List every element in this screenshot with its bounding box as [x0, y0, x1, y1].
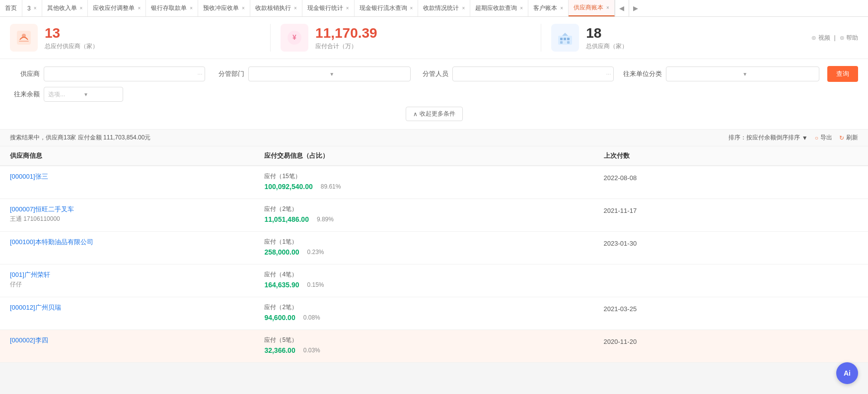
svg-rect-10 — [567, 41, 570, 44]
refresh-label: 刷新 — [846, 133, 858, 142]
collapse-button[interactable]: ∧ 收起更多条件 — [406, 107, 463, 121]
close-icon[interactable]: × — [410, 5, 413, 11]
supplier-sub-1: 王通 17106110000 — [10, 215, 264, 223]
top-navigation: 首页 3 × 其他收入单 × 应收应付调整单 × 银行存取款单 × 预收冲应收单… — [0, 0, 868, 17]
supplier-sub-3: 仔仔 — [10, 280, 264, 289]
close-icon[interactable]: × — [462, 5, 465, 11]
nav-tab-home-label: 首页 — [5, 4, 17, 12]
nav-tab-home[interactable]: 首页 — [0, 0, 22, 16]
category-select[interactable]: ▼ — [666, 66, 820, 81]
supplier-link-2[interactable]: [000100]本特勤油品有限公司 — [10, 238, 93, 246]
nav-tab-adjustment[interactable]: 应收应付调整单 × — [88, 0, 146, 16]
close-icon[interactable]: × — [346, 5, 349, 11]
nav-tab-overdue-label: 超期应收款查询 — [475, 4, 517, 12]
trans-amount-4[interactable]: 94,600.00 — [264, 314, 295, 322]
collapse-section: ∧ 收起更多条件 — [10, 107, 858, 121]
help-separator: | — [834, 34, 836, 41]
close-icon[interactable]: × — [190, 5, 193, 11]
trans-percent-3: 0.15% — [307, 281, 324, 288]
close-icon[interactable]: × — [138, 5, 141, 11]
last-pay-3 — [604, 270, 858, 272]
balance-select[interactable]: 选项... ▼ — [44, 87, 123, 102]
person-label: 分管人员 — [419, 69, 448, 78]
nav-tab-cash-flow[interactable]: 现金银行流水查询 × — [355, 0, 419, 16]
trans-percent-2: 0.23% — [307, 249, 324, 256]
help-link[interactable]: ⊙ 帮助 — [840, 34, 858, 42]
sort-label: 排序：按应付余额倒序排序 — [728, 133, 800, 142]
supplier-link-5[interactable]: [000002]李四 — [10, 336, 48, 344]
nav-tab-bank[interactable]: 银行存取款单 × — [146, 0, 198, 16]
trans-amount-5[interactable]: 32,366.00 — [264, 346, 295, 354]
data-table: 供应商信息 应付交易信息（占比） 上次付数 [000001]张三 应付（15笔）… — [0, 146, 868, 363]
person-field: 分管人员 ··· — [419, 66, 615, 81]
supplier-info-3: [001]广州荣轩 仔仔 — [10, 270, 264, 289]
nav-tab-prepay[interactable]: 预收冲应收单 × — [198, 0, 250, 16]
category-label: 往来单位分类 — [623, 69, 662, 78]
close-icon[interactable]: × — [606, 5, 609, 10]
close-icon[interactable]: × — [560, 5, 563, 11]
nav-prev-arrow[interactable]: ◀ — [615, 0, 629, 16]
close-icon[interactable]: × — [520, 5, 523, 11]
trans-label-0: 应付（15笔） — [264, 172, 300, 181]
stats-bar: 13 总应付供应商（家） ¥ 11,170.39 应付合计（万） — [0, 17, 868, 59]
trans-amount-3[interactable]: 164,635.90 — [264, 281, 299, 289]
nav-tab-3[interactable]: 3 × — [22, 0, 42, 16]
supplier-info-1: [000007]恒旺二手叉车 王通 17106110000 — [10, 205, 264, 223]
total-suppliers-label: 总供应商（家） — [586, 42, 628, 51]
supplier-link-1[interactable]: [000007]恒旺二手叉车 — [10, 205, 74, 213]
supplier-info-0: [000001]张三 — [10, 172, 264, 181]
collapse-label: 收起更多条件 — [420, 110, 455, 118]
result-bar: 搜索结果中，供应商13家 应付金额 111,703,854.00元 排序：按应付… — [0, 130, 868, 146]
trans-amount-row-2: 258,000.00 0.23% — [264, 248, 603, 256]
close-icon[interactable]: × — [80, 5, 83, 11]
export-button[interactable]: ○ 导出 — [815, 133, 832, 142]
last-pay-2: 2023-01-30 — [604, 238, 858, 247]
nav-tab-other-income[interactable]: 其他收入单 × — [42, 0, 88, 16]
supplier-info-4: [000012]广州贝瑞 — [10, 303, 264, 312]
trans-amount-0[interactable]: 100,092,540.00 — [264, 183, 312, 191]
trans-row-3: 应付（4笔） — [264, 270, 603, 279]
dept-select[interactable]: ▼ — [248, 66, 411, 81]
nav-tab-collection-stats-label: 收款情况统计 — [423, 4, 459, 12]
trans-label-1: 应付（2笔） — [264, 205, 297, 213]
close-icon[interactable]: × — [34, 5, 37, 11]
trans-label-2: 应付（1笔） — [264, 238, 297, 246]
nav-tab-supplier-ledger[interactable]: 供应商账本 × — [569, 0, 615, 16]
payable-suppliers-stat: 13 总应付供应商（家） — [10, 24, 271, 52]
trans-amount-2[interactable]: 258,000.00 — [264, 248, 299, 256]
nav-tab-collection-stats[interactable]: 收款情况统计 × — [418, 0, 470, 16]
nav-tab-customer-ledger[interactable]: 客户账本 × — [528, 0, 569, 16]
dept-label: 分管部门 — [215, 69, 244, 78]
supplier-link-0[interactable]: [000001]张三 — [10, 173, 48, 180]
person-input[interactable] — [452, 66, 614, 81]
supplier-link-4[interactable]: [000012]广州贝瑞 — [10, 304, 61, 311]
payable-amount-label: 应付合计（万） — [315, 42, 377, 51]
video-link[interactable]: ⊙ 视频 — [811, 34, 830, 42]
refresh-button[interactable]: ↻ 刷新 — [839, 133, 858, 142]
trans-row-0: 应付（15笔） — [264, 172, 603, 181]
sort-select[interactable]: 排序：按应付余额倒序排序 ▼ — [728, 133, 808, 142]
person-dots: ··· — [606, 70, 611, 77]
svg-rect-6 — [560, 38, 563, 40]
query-button[interactable]: 查询 — [827, 66, 858, 82]
supplier-input[interactable] — [44, 66, 205, 81]
payable-suppliers-number: 13 — [45, 25, 98, 42]
supplier-link-3[interactable]: [001]广州荣轩 — [10, 271, 50, 278]
supplier-info-5: [000002]李四 — [10, 336, 264, 345]
nav-tab-collection[interactable]: 收款核销执行 × — [250, 0, 302, 16]
nav-tab-overdue[interactable]: 超期应收款查询 × — [470, 0, 528, 16]
table-row: [000100]本特勤油品有限公司 应付（1笔） 258,000.00 0.23… — [0, 232, 868, 264]
transaction-info-3: 应付（4笔） 164,635.90 0.15% — [264, 270, 603, 291]
last-pay-1: 2021-11-17 — [604, 205, 858, 214]
help-links: ⊙ 视频 | ⊙ 帮助 — [811, 34, 858, 42]
close-icon[interactable]: × — [242, 5, 245, 11]
last-pay-0: 2022-08-08 — [604, 172, 858, 182]
header-transaction: 应付交易信息（占比） — [264, 151, 603, 160]
close-icon[interactable]: × — [294, 5, 297, 11]
trans-amount-row-3: 164,635.90 0.15% — [264, 281, 603, 289]
payable-amount-icon: ¥ — [281, 24, 308, 52]
nav-next-arrow[interactable]: ▶ — [629, 0, 643, 16]
transaction-info-2: 应付（1笔） 258,000.00 0.23% — [264, 238, 603, 258]
trans-amount-1[interactable]: 11,051,486.00 — [264, 215, 309, 223]
nav-tab-cash-stats[interactable]: 现金银行统计 × — [302, 0, 355, 16]
